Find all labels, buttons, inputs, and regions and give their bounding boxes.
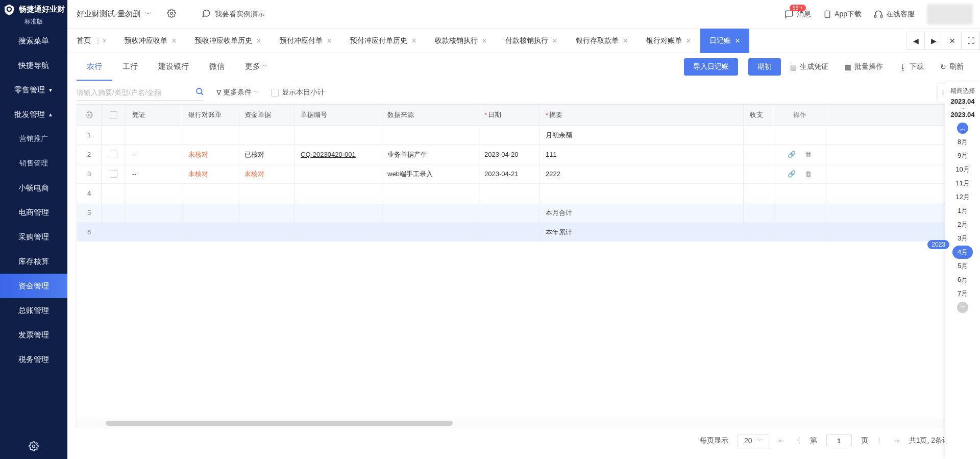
period-month[interactable]: 11月 — [952, 177, 973, 190]
company-selector[interactable]: 好业财测试-量勿删 ﹀ — [77, 9, 152, 19]
close-icon[interactable]: ✕ — [482, 37, 487, 44]
page-size-select[interactable]: 20 ﹀ — [738, 434, 769, 447]
period-month[interactable]: 4月 — [952, 246, 973, 259]
row-checkbox[interactable] — [102, 164, 126, 183]
period-month[interactable]: 2月 — [952, 218, 973, 231]
period-month[interactable]: 5月 — [952, 259, 973, 273]
tab[interactable]: 银行对账单✕ — [637, 29, 700, 53]
sidebar-item[interactable]: 搜索菜单 — [0, 29, 67, 53]
sidebar-item[interactable]: 小畅电商 — [0, 176, 67, 200]
bank-tab[interactable]: 更多﹀ — [235, 53, 278, 81]
period-month[interactable]: 7月 — [952, 287, 973, 300]
fund-recon-link[interactable]: 未核对 — [244, 170, 264, 179]
last-page-button[interactable]: ⇥ — [894, 437, 900, 445]
tabs-prev-button[interactable]: ◀ — [906, 32, 925, 50]
sidebar-item[interactable]: 采购管理 — [0, 225, 67, 249]
sidebar-item[interactable]: 销售管理 — [0, 151, 67, 176]
messages-button[interactable]: 99 + 消息 — [785, 10, 811, 19]
close-icon[interactable]: ✕ — [327, 37, 332, 44]
sidebar-item[interactable]: 总账管理 — [0, 298, 67, 323]
prev-page-button[interactable]: 〈 — [794, 436, 801, 445]
tab[interactable]: 预收冲应收单历史✕ — [186, 29, 271, 53]
close-icon[interactable]: ✕ — [172, 37, 177, 44]
batch-ops-button[interactable]: ▥ 批量操作 — [838, 62, 890, 71]
sidebar-item[interactable]: 零售管理▼ — [0, 78, 67, 102]
row-checkbox[interactable] — [102, 145, 126, 164]
search-input[interactable] — [77, 88, 195, 96]
sidebar-item[interactable]: 库存核算 — [0, 249, 67, 274]
period-month[interactable]: 9月 — [952, 149, 973, 162]
period-month[interactable]: 1月 — [952, 204, 973, 218]
bank-recon-link[interactable]: 未核对 — [188, 170, 208, 179]
bank-tab[interactable]: 工行 — [112, 53, 148, 81]
tab[interactable]: 收款核销执行✕ — [426, 29, 496, 53]
period-month[interactable]: 6月 — [952, 273, 973, 286]
app-download-button[interactable]: App下载 — [823, 10, 862, 19]
next-page-button[interactable]: 〉 — [877, 436, 885, 445]
delete-icon[interactable]: 🗑 — [805, 170, 812, 178]
sidebar-item[interactable]: 电商管理 — [0, 200, 67, 225]
refresh-button[interactable]: ↻ 刷新 — [933, 62, 971, 71]
tab[interactable]: 付款核销执行✕ — [496, 29, 567, 53]
sidebar-settings-button[interactable] — [0, 441, 67, 454]
tabs-close-button[interactable]: ✕ — [943, 32, 962, 50]
demo-link[interactable]: 我要看实例演示 — [202, 9, 265, 19]
more-conditions-button[interactable]: ∇ 更多条件 ﹀ — [216, 88, 259, 97]
horizontal-scrollbar[interactable] — [77, 419, 971, 427]
period-init-button[interactable]: 期初 — [748, 58, 781, 76]
period-month[interactable]: 8月 — [952, 135, 973, 149]
svg-rect-4 — [881, 15, 883, 17]
sidebar-item[interactable]: 资金管理 — [0, 274, 67, 298]
sidebar-item[interactable]: 快捷导航 — [0, 53, 67, 78]
sidebar-item[interactable]: 营销推广 — [0, 127, 67, 151]
bill-link[interactable]: CQ-20230420-001 — [301, 151, 356, 158]
close-icon[interactable]: ✕ — [411, 37, 416, 44]
sidebar-item[interactable]: 批发管理▲ — [0, 102, 67, 127]
link-icon[interactable]: 🔗 — [788, 151, 796, 158]
bank-tab[interactable]: 微信 — [199, 53, 235, 81]
period-month[interactable]: 10月 — [952, 163, 973, 176]
period-month[interactable]: 3月 — [952, 232, 973, 245]
page-input[interactable] — [826, 434, 852, 447]
table-row: 1月初余额 — [77, 125, 971, 144]
filter-icon: ∇ — [216, 88, 221, 96]
close-icon[interactable]: ✕ — [256, 37, 261, 44]
tab[interactable]: 预收冲应收单✕ — [115, 29, 186, 53]
tab[interactable]: 首页⋮ × — [67, 29, 115, 53]
fullscreen-button[interactable]: ⛶ — [962, 32, 980, 50]
close-icon[interactable]: ✕ — [552, 37, 557, 44]
period-collapse-button[interactable]: 《 — [938, 84, 945, 102]
delete-icon[interactable]: 🗑 — [805, 151, 812, 158]
avatar[interactable] — [927, 4, 973, 25]
period-month[interactable]: 12月 — [952, 190, 973, 204]
settings-button[interactable] — [167, 9, 176, 20]
import-journal-button[interactable]: 导入日记账 — [684, 58, 738, 76]
sidebar-item[interactable]: 税务管理 — [0, 347, 67, 372]
tabs-next-button[interactable]: ▶ — [925, 32, 943, 50]
search-icon[interactable] — [195, 87, 204, 98]
period-scroll-up-button[interactable]: ︽ — [957, 123, 968, 134]
sidebar-item[interactable]: 发票管理 — [0, 323, 67, 347]
tab[interactable]: 预付冲应付单✕ — [271, 29, 341, 53]
first-page-button[interactable]: ⇤ — [778, 437, 785, 445]
fund-recon-link[interactable]: 已核对 — [244, 150, 264, 159]
tab[interactable]: 预付冲应付单历史✕ — [341, 29, 426, 53]
period-scroll-down-button[interactable]: ︾ — [957, 302, 968, 313]
tab[interactable]: 银行存取款单✕ — [567, 29, 637, 53]
period-to[interactable]: 2023.04 — [951, 111, 975, 118]
generate-voucher-button[interactable]: ▤ 生成凭证 — [783, 62, 836, 71]
customer-service-button[interactable]: 在线客服 — [874, 10, 915, 19]
bank-tab[interactable]: 农行 — [77, 53, 112, 81]
close-icon[interactable]: ✕ — [735, 37, 740, 44]
link-icon[interactable]: 🔗 — [788, 170, 796, 178]
close-icon[interactable]: ✕ — [623, 37, 628, 44]
close-icon[interactable]: ⋮ × — [95, 37, 106, 44]
settings-column[interactable] — [77, 105, 102, 125]
select-all-checkbox[interactable] — [102, 105, 126, 125]
bank-recon-link[interactable]: 未核对 — [188, 150, 208, 159]
bank-tab[interactable]: 建设银行 — [148, 53, 199, 81]
close-icon[interactable]: ✕ — [686, 37, 691, 44]
show-daily-subtotal-checkbox[interactable]: 显示本日小计 — [271, 88, 325, 97]
tab[interactable]: 日记账✕ — [700, 29, 749, 53]
download-button[interactable]: ⭳ 下载 — [892, 62, 931, 71]
